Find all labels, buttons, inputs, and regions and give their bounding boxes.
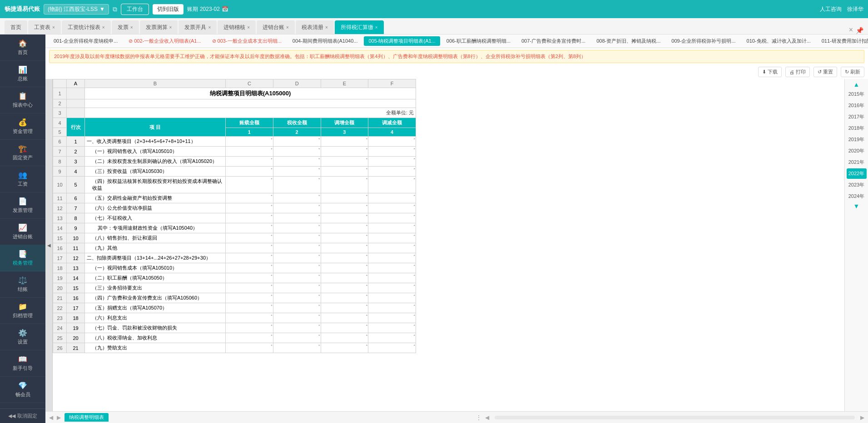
- tab-invoice-open[interactable]: 发票开具 ×: [179, 20, 217, 34]
- sheet-options[interactable]: ⋮: [476, 414, 481, 421]
- sidebar-item-settings[interactable]: ⚙️ 设置: [0, 324, 45, 350]
- sidebar-item-settle[interactable]: ⚖️ 结账: [0, 271, 45, 298]
- year-2016[interactable]: 2016年: [847, 100, 867, 111]
- tab-invoice[interactable]: 发票 ×: [112, 20, 139, 34]
- consult-link[interactable]: 人工咨询: [820, 5, 842, 13]
- spreadsheet-area: ◀ A B C D E F: [45, 79, 868, 411]
- bottom-bar: ◀ ▶ 纳税调整明细表 ⋮ ◀ ▶: [45, 411, 868, 423]
- close-tab-invoice-calc[interactable]: ×: [169, 25, 172, 30]
- sub-nav-009[interactable]: 009-企业所得税弥补亏损明...: [667, 36, 740, 46]
- year-nav-up[interactable]: ▲: [853, 81, 860, 88]
- year-nav-down[interactable]: ▼: [853, 202, 860, 210]
- home-icon: 🏠: [18, 39, 27, 48]
- close-all-tabs[interactable]: ×: [849, 26, 853, 34]
- close-tab-salary[interactable]: ×: [52, 25, 55, 30]
- table-row: 13 8 （七）不征税收入: [53, 213, 416, 223]
- tab-home[interactable]: 首页: [5, 20, 27, 34]
- sub-nav-011[interactable]: 011-研发费用加计扣除优惠...: [817, 36, 868, 46]
- col-a-header: A: [67, 79, 85, 88]
- sub-nav-001[interactable]: 001-企业所得税年度纳税申...: [49, 36, 122, 46]
- sidebar-item-member[interactable]: 💎 畅会员: [0, 377, 45, 403]
- sidebar-item-taxmgr[interactable]: 📑 税务管理: [0, 245, 45, 271]
- sidebar-item-salary[interactable]: 👥 工资: [0, 166, 45, 192]
- work-tab-button[interactable]: 工作台: [121, 4, 149, 15]
- tab-income-tax[interactable]: 所得税汇算缴 ×: [335, 20, 384, 34]
- sidebar-item-assets[interactable]: 🏗️ 固定资产: [0, 140, 45, 166]
- year-2021[interactable]: 2021年: [847, 157, 867, 167]
- old-version-button[interactable]: 切到旧版: [153, 4, 184, 15]
- tab-invoice-calc[interactable]: 发票测算 ×: [140, 20, 178, 34]
- sheet-nav-left[interactable]: ◀: [49, 414, 53, 421]
- sidebar-item-report[interactable]: 📋 报表中心: [0, 87, 45, 113]
- tab-salary-report[interactable]: 工资统计报表 ×: [62, 20, 111, 34]
- user-area: 人工咨询 徐泽华: [820, 5, 863, 13]
- close-tab-income-tax[interactable]: ×: [375, 25, 378, 30]
- sidebar-item-finance[interactable]: 💰 资金管理: [0, 113, 45, 140]
- close-tab-sales-ledger[interactable]: ×: [286, 25, 289, 30]
- close-tab-invoice-open[interactable]: ×: [208, 25, 211, 30]
- year-2020[interactable]: 2020年: [847, 146, 867, 156]
- table-row: 10 5 （四）按权益法核算长期股权投资对初始投资成本调整确认收益: [53, 177, 416, 193]
- sub-nav-003[interactable]: ⊘ 003-一般企业成本支出明细...: [208, 36, 286, 46]
- sub-nav-002[interactable]: ⊘ 002-一般企业收入明细表(A1...: [124, 36, 205, 46]
- collapse-panel-button[interactable]: ◀: [45, 79, 53, 411]
- download-button[interactable]: ⬇ 下载: [758, 67, 782, 77]
- tab-salary[interactable]: 工资表 ×: [28, 20, 61, 34]
- unpin-button[interactable]: ◀◀ 取消固定: [0, 409, 45, 423]
- sub-nav-004[interactable]: 004-期间费用明细表(A1040...: [288, 36, 362, 46]
- main-layout: 🏠 首页 📊 总账 📋 报表中心 💰 资金管理 🏗️ 固定资产 👥 工资 📄 发…: [0, 34, 868, 423]
- close-tab-invoice[interactable]: ×: [130, 25, 133, 30]
- year-2022[interactable]: 2022年: [847, 168, 867, 179]
- year-2017[interactable]: 2017年: [847, 112, 867, 122]
- user-name[interactable]: 徐泽华: [847, 5, 863, 13]
- spreadsheet-wrapper[interactable]: A B C D E F 1 纳税调整项目明细表(A105000): [53, 79, 844, 411]
- table-row: 26 21 （九）赞助支出: [53, 343, 416, 353]
- close-tab-sales-check[interactable]: ×: [247, 25, 250, 30]
- year-2019[interactable]: 2019年: [847, 134, 867, 145]
- sidebar-item-ledger[interactable]: 📊 总账: [0, 61, 45, 87]
- salary-icon: 👥: [18, 171, 27, 179]
- sidebar-label-home: 首页: [18, 49, 28, 56]
- col-c-subnum: 1: [226, 128, 273, 137]
- company-select[interactable]: (物副) 江西股宝-LSS ▼: [44, 4, 109, 15]
- sidebar-label-invoicemgr: 发票管理: [13, 207, 33, 214]
- bottom-sheet-tab[interactable]: 纳税调整明细表: [64, 413, 109, 422]
- year-2024[interactable]: 2024年: [847, 191, 867, 202]
- year-2023[interactable]: 2023年: [847, 180, 867, 190]
- close-tab-salary-report[interactable]: ×: [102, 25, 105, 30]
- print-button[interactable]: 🖨 打印: [785, 67, 810, 77]
- sub-nav-010[interactable]: 010-免税、减计收入及加计...: [742, 36, 815, 46]
- col-e-label: 调增全额: [321, 118, 368, 128]
- reset-button[interactable]: ↺ 重置: [813, 67, 837, 77]
- sheet-nav-right[interactable]: ▶: [57, 414, 61, 421]
- sidebar-item-guide[interactable]: 📖 新手引导: [0, 350, 45, 377]
- copy-icon[interactable]: ⧉: [113, 5, 117, 13]
- horizontal-scrollbar[interactable]: [495, 416, 855, 419]
- sub-nav-005[interactable]: 005-纳税调整项目明细表(A1...: [364, 36, 440, 46]
- sidebar-item-invoicemgr[interactable]: 📄 发票管理: [0, 192, 45, 219]
- unpin-icon: ◀◀: [8, 413, 15, 419]
- scroll-left[interactable]: ◀: [485, 414, 489, 421]
- table-row: 7 2 （一）视同销售收入（填写A105010）: [53, 147, 416, 157]
- table-row: 22 17 （五）捐赠支出（填写A105070）: [53, 303, 416, 313]
- sub-nav-008[interactable]: 008-资产折旧、摊销及纳税...: [592, 36, 665, 46]
- sub-nav-006[interactable]: 006-职工薪酬纳税调整明细...: [442, 36, 515, 46]
- scroll-right[interactable]: ▶: [860, 414, 864, 421]
- sidebar-item-salesledger[interactable]: 📈 进销台账: [0, 219, 45, 245]
- tab-tax-list[interactable]: 税表清册 ×: [296, 20, 334, 34]
- close-tab-tax-list[interactable]: ×: [325, 25, 328, 30]
- sheet-row-3-num: 3: [53, 108, 67, 118]
- sidebar-item-archive[interactable]: 📁 归档管理: [0, 298, 45, 324]
- tab-sales-check[interactable]: 进销稽核 ×: [218, 20, 256, 34]
- table-row: 21 16 （四）广告费和业务宣传费支出（填写A105060）: [53, 293, 416, 303]
- download-icon: ⬇: [762, 69, 766, 75]
- tab-sales-ledger[interactable]: 进销台账 ×: [257, 20, 295, 34]
- sub-nav-007[interactable]: 007-广告费和业务宣传费时...: [517, 36, 590, 46]
- year-2018[interactable]: 2018年: [847, 123, 867, 133]
- pin-tabs[interactable]: 📌: [856, 27, 863, 34]
- year-2015[interactable]: 2015年: [847, 89, 867, 99]
- sidebar: 🏠 首页 📊 总账 📋 报表中心 💰 资金管理 🏗️ 固定资产 👥 工资 📄 发…: [0, 34, 45, 423]
- refresh-button[interactable]: ↻ 刷新: [841, 67, 864, 77]
- sidebar-label-report: 报表中心: [13, 102, 33, 108]
- sidebar-item-home[interactable]: 🏠 首页: [0, 34, 45, 61]
